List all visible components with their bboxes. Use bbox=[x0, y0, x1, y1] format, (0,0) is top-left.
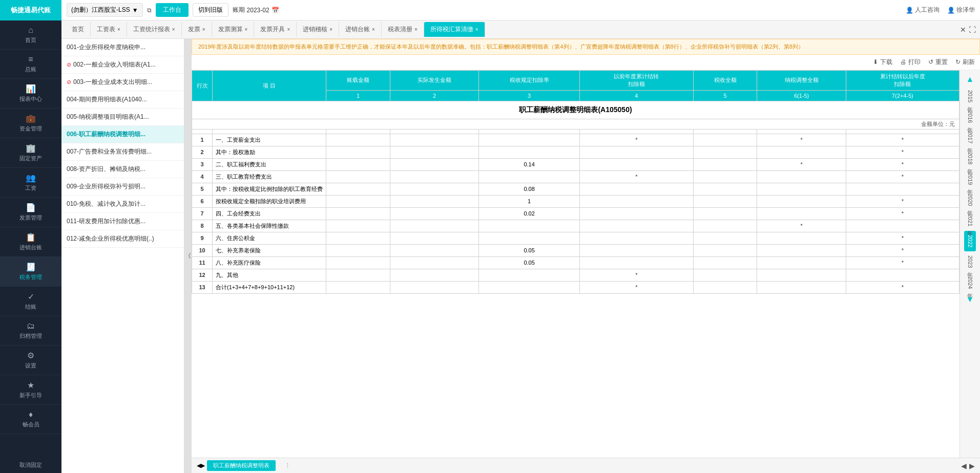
prev-sheet-icon[interactable]: ◀ bbox=[197, 462, 201, 469]
sidebar-item-member[interactable]: ♦ 畅会员 bbox=[0, 405, 61, 434]
scroll-right-icon[interactable]: ▶ bbox=[969, 462, 975, 470]
workbench-button[interactable]: 工作台 bbox=[156, 3, 189, 17]
left-panel-item-012[interactable]: 012-减免企业所得税优惠明细(..) bbox=[61, 230, 184, 248]
table-row: 13合计(1+3+4+7+8+9+10+11+12)** bbox=[192, 281, 960, 293]
left-panel-item-003[interactable]: ⊘ 003-一般企业成本支出明细... bbox=[61, 74, 184, 91]
reset-button[interactable]: ↺ 重置 bbox=[928, 58, 948, 67]
support-link[interactable]: 👤 人工咨询 bbox=[906, 6, 940, 14]
sheet-menu-icon[interactable]: ⋮ bbox=[285, 462, 290, 469]
table-title: 职工薪酬纳税调整明细表(A105050) bbox=[192, 101, 960, 119]
left-panel-item-011[interactable]: 011-研发费用加计扣除优惠... bbox=[61, 213, 184, 230]
year-down-button[interactable]: ▼ bbox=[964, 293, 976, 306]
table-row: 4三、职工教育经费支出** bbox=[192, 170, 960, 183]
user-avatar[interactable]: 👤 徐泽华 bbox=[947, 6, 975, 14]
company-selector[interactable]: (勿删）江西股宝-LSS ▼ bbox=[67, 3, 143, 17]
year-item[interactable]: 2018年 bbox=[964, 148, 976, 168]
tab-invoice[interactable]: 发票 × bbox=[182, 22, 212, 37]
sidebar-item-report[interactable]: 📊 报表中心 bbox=[0, 79, 61, 109]
tax-mgmt-icon: 🧾 bbox=[26, 262, 36, 272]
year-item[interactable]: 2021年 bbox=[964, 210, 976, 230]
warning-text: 2019年度涉及取以前年度结转数据的申报表单元格需要手工维护正确，才能保证本年及… bbox=[198, 44, 804, 50]
close-tab-payroll-table[interactable]: × bbox=[117, 27, 120, 32]
left-panel-item-010[interactable]: 010-免税、减计收入及加计... bbox=[61, 196, 184, 213]
switch-version-button[interactable]: 切到旧版 bbox=[193, 3, 228, 17]
sidebar-item-payroll[interactable]: 👥 工资 bbox=[0, 168, 61, 198]
close-all-tabs-icon[interactable]: ✕ bbox=[960, 26, 966, 34]
year-item[interactable]: 2016年 bbox=[964, 106, 976, 127]
maximize-icon[interactable]: ⛶ bbox=[969, 26, 976, 34]
left-panel-item-002[interactable]: ⊘ 002-一般企业收入明细表(A1... bbox=[61, 56, 184, 74]
collapse-panel-button[interactable]: 《 bbox=[184, 39, 192, 473]
sidebar-item-ledger[interactable]: ≡ 总账 bbox=[0, 50, 61, 79]
sidebar-item-asset-mgmt[interactable]: 💼 资金管理 bbox=[0, 109, 61, 138]
left-panel-item-006[interactable]: 006-职工薪酬纳税调整明细... bbox=[61, 126, 184, 143]
table-row: 3二、职工福利费支出0.14** bbox=[192, 158, 960, 170]
table-container[interactable]: 行次 项 目 账载金额 实际发生金额 税收规定扣除率 以前年度累计结转扣除额 税… bbox=[192, 70, 960, 458]
year-item[interactable]: 2022年 bbox=[964, 231, 976, 251]
tab-invoice-open[interactable]: 发票开具 × bbox=[254, 22, 297, 37]
print-button[interactable]: 🖨 打印 bbox=[900, 58, 921, 67]
th-g: 税收全额 bbox=[693, 70, 757, 90]
close-tab-invoice-calc[interactable]: × bbox=[245, 27, 248, 32]
refresh-button[interactable]: ↻ 刷新 bbox=[955, 58, 975, 67]
print-icon: 🖨 bbox=[900, 58, 906, 66]
sidebar: 畅捷通易代账 ⌂ 首页 ≡ 总账 📊 报表中心 💼 资金管理 🏢 固定资产 👥 … bbox=[0, 0, 61, 473]
close-tab-purchase-ledger[interactable]: × bbox=[372, 27, 375, 32]
close-tab-income-tax[interactable]: × bbox=[475, 27, 478, 32]
sidebar-item-settings[interactable]: ⚙ 设置 bbox=[0, 346, 61, 375]
table-row: 5其中：按税收规定比例扣除的职工教育经费0.08 bbox=[192, 183, 960, 195]
year-panel: ▲ 2015年2016年2017年2018年2019年2020年2021年202… bbox=[960, 70, 980, 458]
sidebar-item-settle[interactable]: ✓ 结账 bbox=[0, 287, 61, 316]
calendar-icon: 📅 bbox=[272, 7, 279, 14]
left-panel-item-008[interactable]: 008-资产折旧、摊销及纳税... bbox=[61, 161, 184, 178]
tab-payroll-table[interactable]: 工资表 × bbox=[91, 22, 127, 37]
sidebar-item-home[interactable]: ⌂ 首页 bbox=[0, 20, 61, 50]
tab-purchase-ledger[interactable]: 进销台账 × bbox=[339, 22, 382, 37]
year-item[interactable]: 2020年 bbox=[964, 189, 976, 210]
right-panel: 2019年度涉及取以前年度结转数据的申报表单元格需要手工维护正确，才能保证本年及… bbox=[192, 39, 980, 473]
left-panel-item-007[interactable]: 007-广告费和业务宣传费明细... bbox=[61, 143, 184, 161]
tab-income-tax[interactable]: 所得税汇算清缴 × bbox=[424, 22, 485, 37]
left-panel-item-001[interactable]: 001-企业所得税年度纳税申... bbox=[61, 39, 184, 56]
th-item: 项 目 bbox=[213, 70, 326, 101]
close-tab-payroll-stat[interactable]: × bbox=[172, 27, 175, 32]
table-row: 2其中：股权激励* bbox=[192, 146, 960, 158]
download-button[interactable]: ⬇ 下载 bbox=[873, 58, 892, 67]
sheet-tab[interactable]: 职工薪酬纳税调整明表 bbox=[207, 460, 276, 471]
next-sheet-icon[interactable]: ▶ bbox=[201, 462, 205, 469]
left-panel-item-009[interactable]: 009-企业所得税弥补亏损明... bbox=[61, 178, 184, 196]
tab-tax-clear[interactable]: 税表清册 × bbox=[382, 22, 424, 37]
sidebar-item-fixed-asset[interactable]: 🏢 固定资产 bbox=[0, 138, 61, 168]
tab-payroll-stat[interactable]: 工资统计报表 × bbox=[127, 22, 182, 37]
sidebar-item-sales-ledger[interactable]: 📋 进销台账 bbox=[0, 227, 61, 257]
close-tab-invoice-open[interactable]: × bbox=[287, 27, 290, 32]
sidebar-unpin[interactable]: 取消固定 bbox=[0, 457, 61, 473]
left-panel-item-004[interactable]: 004-期间费用明细表(A1040... bbox=[61, 91, 184, 109]
fixed-asset-icon: 🏢 bbox=[26, 143, 36, 153]
year-up-button[interactable]: ▲ bbox=[964, 73, 976, 86]
error-icon-003: ⊘ bbox=[67, 79, 71, 85]
content-area: 001-企业所得税年度纳税申... ⊘ 002-一般企业收入明细表(A1... … bbox=[61, 39, 980, 473]
tab-invoice-calc[interactable]: 发票测算 × bbox=[212, 22, 255, 37]
tab-home[interactable]: 首页 bbox=[66, 22, 91, 37]
close-tab-invoice[interactable]: × bbox=[202, 27, 205, 32]
table-unit: 金额单位：元 bbox=[192, 119, 960, 129]
left-panel-item-005[interactable]: 005-纳税调整项目明细表(A1... bbox=[61, 109, 184, 126]
th-e-sub: 3 bbox=[479, 90, 580, 101]
th-c: 账载金额 bbox=[326, 70, 390, 90]
sidebar-item-wizard[interactable]: ★ 新手引导 bbox=[0, 375, 61, 405]
close-tab-tax-clear[interactable]: × bbox=[414, 27, 418, 32]
year-item[interactable]: 2019年 bbox=[964, 168, 976, 189]
close-tab-purchase-check[interactable]: × bbox=[329, 27, 332, 32]
scroll-left-icon[interactable]: ◀ bbox=[961, 462, 967, 470]
year-item[interactable]: 2015年 bbox=[964, 86, 976, 106]
settings-icon: ⚙ bbox=[27, 351, 34, 360]
sidebar-item-tax-mgmt[interactable]: 🧾 税务管理 bbox=[0, 257, 61, 287]
main-table: 行次 项 目 账载金额 实际发生金额 税收规定扣除率 以前年度累计结转扣除额 税… bbox=[192, 70, 960, 294]
sidebar-item-invoice-mgmt[interactable]: 📄 发票管理 bbox=[0, 198, 61, 227]
tab-purchase-check[interactable]: 进销稽核 × bbox=[297, 22, 339, 37]
year-item[interactable]: 2024年 bbox=[964, 272, 976, 293]
year-item[interactable]: 2023年 bbox=[964, 251, 976, 272]
year-item[interactable]: 2017年 bbox=[964, 127, 976, 147]
sidebar-item-archive[interactable]: 🗂 归档管理 bbox=[0, 316, 61, 346]
